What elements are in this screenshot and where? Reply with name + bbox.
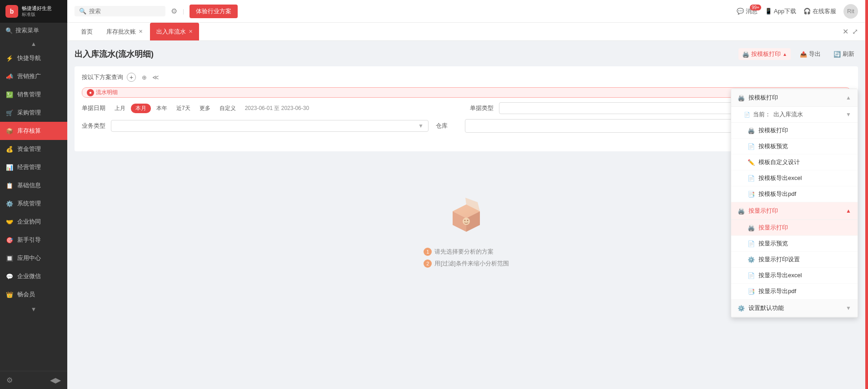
display-export-pdf-item[interactable]: 📑 按显示导出pdf <box>731 284 858 299</box>
template-export-excel-item[interactable]: 📄 按模板导出excel <box>731 170 858 186</box>
headphone-icon: 🎧 <box>803 8 811 15</box>
export-button[interactable]: 📤 导出 <box>796 48 824 60</box>
tab-flow-close[interactable]: ✕ <box>189 29 193 35</box>
print-template-button[interactable]: 🖨️ 按模板打印 ▲ <box>738 48 791 60</box>
display-excel-icon: 📄 <box>748 272 755 279</box>
date-opt-last-month[interactable]: 上月 <box>111 104 129 113</box>
date-opt-custom[interactable]: 自定义 <box>216 104 239 113</box>
print-chevron-up-icon: ▲ <box>783 52 787 57</box>
messages-btn[interactable]: 💬 消息 99+ <box>737 7 758 15</box>
sidebar-item-system[interactable]: ⚙️ 系统管理 <box>0 194 67 213</box>
sidebar-item-marketing[interactable]: 📣 营销推广 <box>0 67 67 85</box>
industry-solution-button[interactable]: 体验行业方案 <box>190 5 238 18</box>
sidebar-item-inventory[interactable]: 📦 库存核算 <box>0 122 67 140</box>
inventory-icon: 📦 <box>5 127 14 135</box>
sidebar-collapse-icon[interactable]: ◀▶ <box>50 376 61 384</box>
sidebar-item-membership[interactable]: 👑 畅会员 <box>0 285 67 304</box>
date-opt-this-year[interactable]: 本年 <box>153 104 171 113</box>
sidebar-settings-icon[interactable]: ⚙ <box>6 376 13 384</box>
default-settings-section-header[interactable]: ⚙️ 设置默认功能 ▼ <box>731 299 858 317</box>
current-template-icon: 📄 <box>744 112 750 118</box>
window-maximize-icon[interactable]: ⤢ <box>852 27 858 36</box>
app-download-btn[interactable]: 📱 App下载 <box>765 7 796 15</box>
wechat-icon: 💬 <box>5 272 14 280</box>
current-template-chevron-icon: ▼ <box>846 111 851 118</box>
svg-point-5 <box>463 218 470 225</box>
warehouse-label: 仓库 <box>436 122 461 130</box>
business-chevron-icon: ▼ <box>418 123 424 129</box>
window-close-icon[interactable]: ✕ <box>843 27 848 36</box>
template-preview-item-label: 按模板预览 <box>758 142 788 150</box>
app-version: 标准版 <box>22 11 52 18</box>
membership-icon: 👑 <box>5 290 14 299</box>
sidebar-logo: b 畅捷通好生意 标准版 <box>0 0 67 23</box>
display-print-item[interactable]: 🖨️ 按显示打印 <box>731 220 858 236</box>
tab-flow[interactable]: 出入库流水 ✕ <box>150 23 199 40</box>
sidebar-item-label: 采购管理 <box>17 109 41 117</box>
template-custom-item-label: 模板自定义设计 <box>758 158 800 166</box>
sidebar-item-label: 系统管理 <box>17 199 41 208</box>
sidebar-item-basics[interactable]: 📋 基础信息 <box>0 176 67 194</box>
template-print-section-header[interactable]: 🖨️ 按模板打印 ▲ <box>731 89 858 107</box>
display-export-excel-item[interactable]: 📄 按显示导出excel <box>731 268 858 284</box>
date-opt-7days[interactable]: 近7天 <box>173 104 194 113</box>
sidebar-item-wechat[interactable]: 💬 企业微信 <box>0 267 67 285</box>
messages-badge: 99+ <box>750 5 761 10</box>
date-opt-this-month[interactable]: 本月 <box>131 104 151 113</box>
display-preview-item[interactable]: 📄 按显示预览 <box>731 236 858 252</box>
marketing-icon: 📣 <box>5 72 14 80</box>
tab-batch-account[interactable]: 库存批次账 ✕ <box>100 23 149 40</box>
online-service-btn[interactable]: 🎧 在线客服 <box>803 7 836 15</box>
tab-batch-account-close[interactable]: ✕ <box>139 29 143 35</box>
svg-point-7 <box>467 220 469 221</box>
online-service-label: 在线客服 <box>813 7 836 15</box>
export-label: 导出 <box>809 50 821 58</box>
business-type-select[interactable]: ▼ <box>111 120 429 132</box>
sidebar-item-sales[interactable]: 💹 销售管理 <box>0 85 67 104</box>
template-export-pdf-item[interactable]: 📑 按模板导出pdf <box>731 186 858 202</box>
sidebar-scroll-up[interactable]: ▲ <box>0 38 67 49</box>
operations-icon: 📊 <box>5 163 14 171</box>
user-name-display: Rit <box>847 8 854 15</box>
filter-settings-button[interactable]: ⊕ <box>140 73 149 82</box>
sidebar-item-quick-nav[interactable]: ⚡ 快捷导航 <box>0 49 67 67</box>
sidebar-nav: ▲ ⚡ 快捷导航 📣 营销推广 💹 销售管理 🛒 采购管理 📦 库存核算 💰 资… <box>0 38 67 371</box>
sidebar-item-label: 资金管理 <box>17 145 41 153</box>
default-settings-section-label: 设置默认功能 <box>748 304 784 312</box>
filter-collapse-button[interactable]: ≪ <box>152 74 159 81</box>
display-print-settings-item[interactable]: ⚙️ 按显示打印设置 <box>731 252 858 268</box>
template-print-item[interactable]: 🖨️ 按模板打印 <box>731 123 858 139</box>
sidebar-search[interactable]: 🔍 搜索菜单 <box>0 23 67 38</box>
tab-home[interactable]: 首页 <box>75 23 99 40</box>
topbar-gear-icon[interactable]: ⚙ <box>171 7 177 15</box>
sidebar-item-guide[interactable]: 🎯 新手引导 <box>0 231 67 249</box>
sidebar-search-label: 搜索菜单 <box>15 26 39 35</box>
filter-label: 按以下方案查询 <box>82 73 123 81</box>
tab-flow-label: 出入库流水 <box>156 28 186 36</box>
sidebar-item-label: 畅会员 <box>17 290 35 299</box>
filter-add-button[interactable]: + <box>127 73 136 82</box>
display-pdf-icon: 📑 <box>748 288 755 295</box>
sidebar-item-collab[interactable]: 🤝 企业协同 <box>0 213 67 231</box>
date-opt-more[interactable]: 更多 <box>196 104 214 113</box>
sidebar-item-finance[interactable]: 💰 资金管理 <box>0 140 67 158</box>
resize-handle[interactable] <box>865 0 868 389</box>
template-custom-item[interactable]: ✏️ 模板自定义设计 <box>731 155 858 170</box>
display-export-pdf-label: 按显示导出pdf <box>758 287 796 295</box>
sidebar: b 畅捷通好生意 标准版 🔍 搜索菜单 ▲ ⚡ 快捷导航 📣 营销推广 💹 销售… <box>0 0 67 389</box>
template-preview-item-icon: 📄 <box>748 143 755 150</box>
display-export-excel-label: 按显示导出excel <box>758 271 802 279</box>
topbar-search-box[interactable]: 🔍 <box>75 6 165 16</box>
sidebar-scroll-down[interactable]: ▼ <box>0 304 67 314</box>
user-avatar[interactable]: Rit <box>843 4 858 19</box>
display-print-section-header[interactable]: 🖨️ 按显示打印 ▲ <box>731 202 858 220</box>
refresh-button[interactable]: 🔄 刷新 <box>830 48 858 60</box>
window-controls: ✕ ⤢ <box>843 27 858 36</box>
topbar-search-input[interactable] <box>89 8 153 15</box>
sidebar-item-purchase[interactable]: 🛒 采购管理 <box>0 104 67 122</box>
sidebar-item-apps[interactable]: 🔲 应用中心 <box>0 249 67 267</box>
system-icon: ⚙️ <box>5 199 14 208</box>
template-preview-item[interactable]: 📄 按模板预览 <box>731 139 858 155</box>
display-print-section-label: 按显示打印 <box>748 207 778 215</box>
sidebar-item-operations[interactable]: 📊 经营管理 <box>0 158 67 176</box>
